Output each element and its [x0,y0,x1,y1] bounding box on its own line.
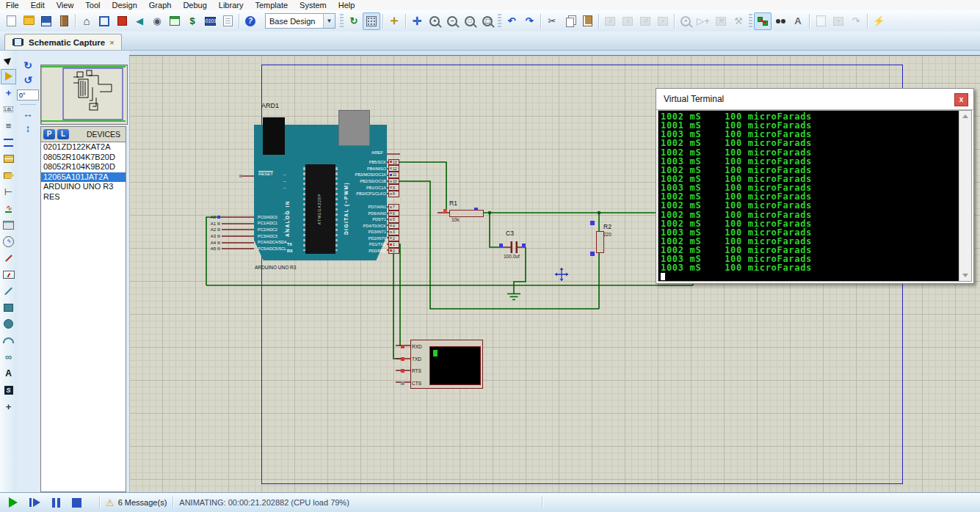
design-explorer-icon[interactable] [166,12,184,30]
device-list-item[interactable]: 0201ZD122KAT2A [41,142,126,153]
menu-item[interactable]: Design [106,1,143,10]
virtual-terminal-component[interactable]: RXDTXDRTSCTS [410,340,483,389]
schematic-capture-view-icon[interactable] [95,12,113,30]
analog-pin-label[interactable]: A1 [211,222,216,226]
analog-pin-label[interactable]: A3 [211,234,216,238]
mirror-vertical-icon[interactable]: ↕ [26,123,31,134]
2d-line-icon[interactable] [1,283,16,299]
pin-number-box[interactable]: 1 [388,241,399,248]
menu-item[interactable]: File [0,1,25,10]
bill-of-materials-icon[interactable]: $ [184,12,201,30]
voltage-probe-mode-icon[interactable] [1,250,16,266]
help-icon[interactable]: ? [242,12,259,30]
menu-item[interactable]: Debug [177,1,212,10]
wire-label-mode-icon[interactable]: LBL [1,102,16,117]
overview-minimap[interactable] [40,65,128,125]
terminal-scrollbar[interactable] [959,111,971,281]
zoom-out-icon[interactable]: − [443,12,461,30]
device-list-item[interactable]: 12065A101JAT2A [41,172,126,183]
save-design-icon[interactable] [37,12,55,30]
undo-icon[interactable]: ↶ [503,12,520,30]
menu-item[interactable]: Help [333,1,361,10]
3d-visualizer-icon[interactable]: ◀ [131,12,148,30]
selection-mode-icon[interactable] [1,52,16,67]
2d-symbol-icon[interactable]: S [1,382,16,398]
rotate-clockwise-icon[interactable]: ↻ [23,60,32,71]
message-count[interactable]: 6 Message(s) [118,498,167,507]
mirror-horizontal-icon[interactable]: ↔ [23,109,33,120]
analog-pin-label[interactable]: A0 [211,215,216,219]
pin-number-box[interactable]: 7 [388,204,399,211]
zoom-area-icon[interactable]: ⬚ [479,12,496,30]
pick-device-icon[interactable]: + [677,12,694,30]
2d-text-icon[interactable]: A [1,366,16,381]
design-selector[interactable]: Base Design ▼ [265,13,335,29]
open-design-icon[interactable] [20,12,37,30]
menu-item[interactable]: Template [249,1,294,10]
erc-report-icon[interactable]: ⚡ [870,12,888,30]
rotation-angle-field[interactable] [17,89,39,100]
device-list-item[interactable]: 08052R104K9B20D [41,162,126,172]
pin-number-box[interactable]: 4 [388,223,399,230]
toggle-grid-icon[interactable] [363,12,380,30]
block-rotate-icon[interactable]: ↺ [636,12,654,30]
make-device-icon[interactable]: ▷+ [694,12,712,30]
tab-schematic-capture[interactable]: Schematic Capture × [4,34,122,50]
new-design-icon[interactable] [2,12,20,30]
text-script-mode-icon[interactable]: ≡ [1,118,16,134]
close-button[interactable]: x [954,93,968,106]
2d-arc-icon[interactable] [1,333,16,348]
library-button[interactable]: L [57,129,69,139]
zoom-in-icon[interactable]: + [426,12,443,30]
decompose-icon[interactable]: ⚒ [730,12,747,30]
redraw-icon[interactable]: ↻ [345,12,363,30]
block-copy-icon[interactable]: ⇩ [601,12,619,30]
device-list[interactable]: 0201ZD122KAT2A08052R104K7B20D08052R104K9… [40,142,126,492]
block-move-icon[interactable]: ⇩ [619,12,636,30]
pin-number-box[interactable]: 13 [388,159,399,166]
block-delete-icon[interactable]: × [654,12,672,30]
resistor-r1[interactable] [449,210,484,217]
scroll-up-icon[interactable] [962,114,968,118]
goto-sheet-icon[interactable]: ↷ [847,12,865,30]
pin-number-box[interactable]: 5 [388,216,399,223]
generator-mode-icon[interactable]: ∿ [1,234,16,249]
gerber-viewer-icon[interactable]: ◉ [148,12,166,30]
cut-icon[interactable]: ✂ [543,12,561,30]
import-design-icon[interactable] [55,12,73,30]
device-list-item[interactable]: RES [41,192,126,202]
device-pins-mode-icon[interactable]: ⊢ [1,184,16,200]
analog-pin-label[interactable]: A2 [211,227,216,232]
2d-closed-path-icon[interactable]: ∞ [1,349,16,365]
origin-icon[interactable]: ✛ [385,12,403,30]
copy-icon[interactable] [561,12,578,30]
analog-pin-label[interactable]: A4 [211,241,216,245]
device-list-item[interactable]: ARDUINO UNO R3 [41,182,126,192]
menu-item[interactable]: View [51,1,80,10]
electrical-rule-check-icon[interactable]: 0101 [201,12,219,30]
simulation-log-icon[interactable] [219,12,236,30]
menu-item[interactable]: Library [213,1,250,10]
pin-number-box[interactable]: 3 [388,229,399,235]
pin-number-box[interactable]: 12 [388,165,399,172]
menu-item[interactable]: Graph [143,1,178,10]
component-mode-icon[interactable] [1,69,16,84]
pin-number-box[interactable]: 10 [388,178,399,185]
device-list-item[interactable]: 08052R104K7B20D [41,153,126,163]
buses-mode-icon[interactable] [1,135,16,150]
graph-mode-icon[interactable]: ∿ [1,201,16,216]
pin-number-box[interactable]: 2 [388,235,399,242]
tab-close-icon[interactable]: × [109,38,114,47]
arduino-component[interactable]: ARD1 ATMEGA328P ANALOG IN DIGITAL (~PWM)… [254,125,387,260]
subcircuit-mode-icon[interactable] [1,151,16,167]
property-assignment-icon[interactable]: A [789,12,807,30]
analog-pin-label[interactable]: A5 [211,246,216,251]
new-sheet-icon[interactable] [812,12,830,30]
virtual-terminal-titlebar[interactable]: Virtual Terminal [656,89,973,110]
search-tag-icon[interactable] [772,12,789,30]
pin-number-box[interactable]: 0 [388,248,399,255]
2d-markers-icon[interactable]: + [1,399,16,414]
remove-sheet-icon[interactable]: × [830,12,847,30]
pick-parts-button[interactable]: P [43,129,55,139]
stop-button[interactable] [72,498,81,508]
